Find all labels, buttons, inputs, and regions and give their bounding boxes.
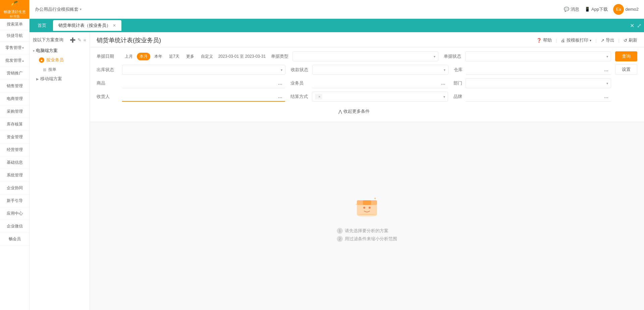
add-scheme-btn[interactable]: ➕	[70, 37, 75, 43]
sidebar-item-retail[interactable]: 零售管理 ▾	[0, 42, 29, 54]
sidebar-item-enterprise[interactable]: 企业协同	[0, 182, 29, 195]
empty-icon: ✦ ✦	[350, 190, 384, 224]
salesperson-input[interactable]: …	[312, 78, 448, 88]
sidebar-item-operations[interactable]: 经营管理	[0, 144, 29, 156]
sidebar-item-wechat[interactable]: 企业微信	[0, 220, 29, 233]
username: demo2	[625, 7, 639, 12]
message-action[interactable]: 💬 消息	[564, 6, 579, 12]
app-name: 畅捷通好生意	[4, 9, 26, 14]
tab-close-icon[interactable]: ✕	[113, 23, 116, 28]
collapse-panel-btn[interactable]: «	[84, 37, 86, 43]
sidebar-item-ecommerce[interactable]: 电商管理	[0, 93, 29, 105]
main-area: 办公用品行业模拟账套 ▾ 💬 消息 📱 App下载 Ea demo2 首页	[30, 0, 644, 310]
quick-nav[interactable]: 快捷导航	[0, 30, 29, 42]
sidebar-item-basic[interactable]: 基础信息	[0, 156, 29, 169]
svg-rect-2	[363, 200, 371, 205]
divider3: |	[619, 38, 620, 43]
sidebar-nav: 零售管理 ▾ 批发管理 ▴ 营销推广 销售管理 电商管理 采购管理 库存核算 资…	[0, 42, 29, 310]
export-label: 导出	[606, 37, 614, 43]
filter-row-4: 收货人 … 结算方式 ×	[97, 92, 611, 102]
export-btn[interactable]: ↗ 导出	[601, 37, 614, 43]
export-icon: ↗	[601, 38, 604, 43]
settlement-tag-close[interactable]: ×	[318, 95, 320, 99]
sidebar-item-system[interactable]: 系统管理	[0, 169, 29, 182]
brand-label: 品牌	[453, 94, 463, 100]
svg-point-3	[358, 214, 376, 217]
desktop-scheme-header[interactable]: ▾ 电脑端方案	[30, 46, 90, 55]
out-status-select[interactable]: ▾	[122, 65, 285, 75]
sidebar-item-inventory[interactable]: 库存核算	[0, 118, 29, 131]
settlement-col: 结算方式 × ▾	[290, 92, 448, 102]
empty-hint-2: 2 用过滤条件来缩小分析范围	[337, 236, 397, 242]
app-selector[interactable]: 办公用品行业模拟账套 ▾	[35, 6, 82, 12]
collapse-row: ⋀ 收起更多条件	[97, 105, 611, 118]
sidebar-item-marketing[interactable]: 营销推广	[0, 67, 29, 80]
edit-scheme-btn[interactable]: ✎	[77, 37, 82, 43]
doc-status-select[interactable]: ▾	[465, 51, 611, 61]
tab-expand-icon[interactable]: ⤢	[637, 22, 641, 29]
help-btn[interactable]: ❓ 帮助	[536, 37, 552, 43]
search-menu[interactable]: 搜索菜单	[0, 19, 29, 30]
doc-status-chevron: ▾	[606, 55, 608, 58]
sidebar-item-newuser[interactable]: 新手引导	[0, 195, 29, 207]
out-status-chevron: ▾	[281, 68, 282, 72]
dept-select[interactable]: ▾	[466, 78, 611, 88]
empty-box-svg: ✦ ✦	[352, 190, 382, 220]
sidebar-item-appcenter[interactable]: 应用中心	[0, 207, 29, 220]
doc-type-select[interactable]: ▾	[292, 51, 438, 61]
sidebar-item-member[interactable]: 畅会员	[0, 233, 29, 246]
empty-hint-1: 1 请先选择要分析的方案	[337, 228, 397, 234]
brand-input[interactable]: …	[466, 92, 611, 102]
user-profile[interactable]: Ea demo2	[613, 4, 639, 15]
settings-btn[interactable]: 设置	[615, 64, 637, 75]
date-range: 2023-03-01 至 2023-03-31	[218, 54, 266, 59]
collapse-btn[interactable]: ⋀ 收起更多条件	[334, 107, 374, 116]
query-btn[interactable]: 查询	[615, 51, 637, 61]
svg-point-4	[363, 207, 365, 209]
scheme-by-order-label: 按单	[48, 67, 56, 72]
filter-fields: 单据日期 上月 本月 本年 近7天 更多 自定义 2023-03-01 至 20…	[97, 51, 611, 118]
receiver-input[interactable]: …	[122, 92, 285, 102]
settlement-select[interactable]: × ▾	[312, 92, 448, 102]
top-header-left: 办公用品行业模拟账套 ▾	[35, 6, 82, 12]
dept-label: 部门	[453, 80, 463, 86]
print-btn[interactable]: 🖨 按模板打印 ▾	[561, 37, 591, 43]
app-subtitle: 标准版	[10, 14, 20, 19]
date-btn-lastmonth[interactable]: 上月	[122, 53, 136, 60]
scheme-by-salesperson[interactable]: ● 按业务员	[30, 55, 90, 65]
page-actions: ❓ 帮助 | 🖨 按模板打印 ▾ | ↗ 导出 |	[536, 37, 637, 43]
print-label: 按模板打印	[567, 37, 588, 43]
date-btn-thisyear[interactable]: 本年	[152, 53, 165, 60]
settlement-chevron: ▾	[443, 95, 445, 99]
date-btn-more[interactable]: 更多	[183, 53, 197, 60]
scheme-by-order[interactable]: ⊞ 按单	[30, 65, 90, 74]
sidebar-item-sales[interactable]: 销售管理	[0, 80, 29, 93]
scheme-by-salesperson-label: 按业务员	[46, 57, 64, 63]
collapse-icon: ⋀	[338, 109, 342, 114]
salesperson-label: 业务员	[290, 80, 309, 86]
filter-btns: 查询 设置	[611, 51, 637, 118]
warehouse-dots: …	[604, 67, 608, 72]
page-title: 销货单统计表(按业务员)	[97, 36, 161, 44]
mobile-scheme-group[interactable]: ▶ 移动端方案	[30, 74, 90, 84]
sidebar-item-purchase[interactable]: 采购管理	[0, 105, 29, 118]
pay-status-chevron: ▾	[444, 68, 445, 72]
pay-status-select[interactable]: ▾	[312, 65, 448, 75]
sidebar-item-finance[interactable]: 资金管理	[0, 131, 29, 144]
date-btn-custom[interactable]: 自定义	[198, 53, 216, 60]
warehouse-input[interactable]: …	[466, 65, 611, 75]
filter-area: 单据日期 上月 本月 本年 近7天 更多 自定义 2023-03-01 至 20…	[90, 47, 644, 122]
app-download-action[interactable]: 📱 App下载	[585, 6, 608, 12]
refresh-btn[interactable]: ↺ 刷新	[624, 37, 637, 43]
tab-sales-stat[interactable]: 销货单统计表（按业务员） ✕	[53, 20, 121, 31]
date-btn-7days[interactable]: 近7天	[166, 53, 182, 60]
left-panel-actions: ➕ ✎ «	[70, 37, 86, 43]
settlement-tag: ×	[315, 94, 322, 99]
print-icon: 🖨	[561, 38, 565, 43]
date-btn-thismonth[interactable]: 本月	[137, 53, 150, 60]
goods-input[interactable]: …	[122, 78, 285, 88]
tab-home[interactable]: 首页	[32, 20, 52, 31]
tab-close-all-icon[interactable]: ✕	[630, 22, 634, 29]
settlement-label: 结算方式	[290, 94, 309, 100]
sidebar-item-wholesale[interactable]: 批发管理 ▴	[0, 54, 29, 67]
